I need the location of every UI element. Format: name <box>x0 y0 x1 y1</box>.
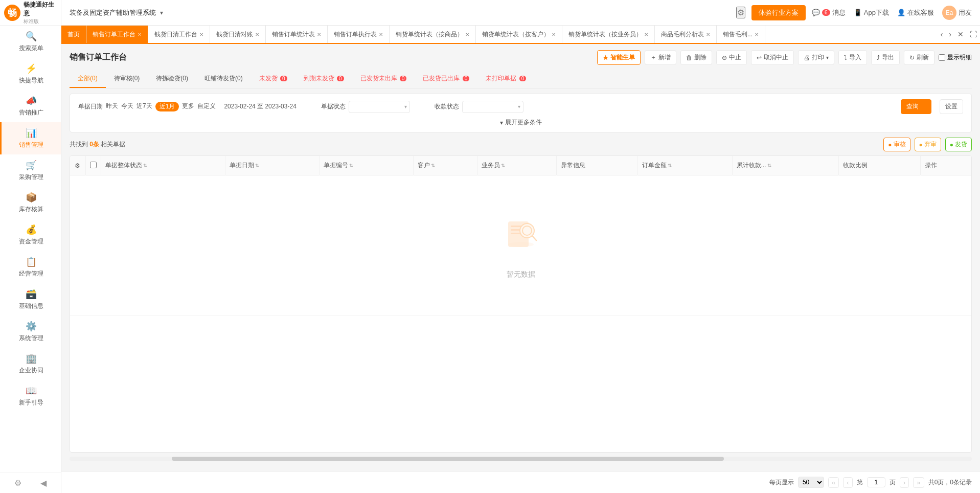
message-item[interactable]: 💬 6 消息 <box>812 8 846 17</box>
tab-sales-summary-product-close[interactable]: ✕ <box>465 32 469 37</box>
scrollbar-thumb[interactable] <box>172 457 724 461</box>
col-date-sort[interactable]: 单据日期 ⇅ <box>230 161 315 170</box>
sidebar-item-quick-nav[interactable]: ⚡ 快捷导航 <box>0 58 61 90</box>
tab-sales-summary-customer[interactable]: 销货单统计表（按客户） ✕ <box>476 26 562 43</box>
first-page-button[interactable]: « <box>828 477 839 488</box>
import-button[interactable]: ⤵ 导入 <box>838 50 867 65</box>
export-button[interactable]: ⤴ 导出 <box>871 50 900 65</box>
prev-page-button[interactable]: ‹ <box>843 477 852 488</box>
payment-filter-label: 收款状态 <box>435 102 459 111</box>
print-button[interactable]: 🖨 打印 ▾ <box>798 50 834 65</box>
col-number-sort[interactable]: 单据编号 ⇅ <box>324 161 409 170</box>
subtab-wangpu[interactable]: 旺铺待发货(0) <box>196 70 251 88</box>
audit-button[interactable]: ● 审核 <box>883 138 910 151</box>
topbar-settings-button[interactable]: ⚙ <box>736 7 745 18</box>
ship-button[interactable]: ● 发货 <box>945 138 972 151</box>
refresh-button[interactable]: ↻ 刷新 <box>904 50 935 65</box>
app-download-item[interactable]: 📱 App下载 <box>854 8 889 17</box>
tab-sales-gross-close[interactable]: ✕ <box>755 32 759 37</box>
date-option-7days[interactable]: 近7天 <box>136 102 152 111</box>
tab-sales-exec-close[interactable]: ✕ <box>379 32 383 37</box>
tab-sales-summary-staff[interactable]: 销货单统计表（按业务员） ✕ <box>562 26 655 43</box>
system-dropdown[interactable]: ▾ <box>160 9 163 16</box>
show-detail-checkbox[interactable] <box>939 54 945 61</box>
smart-create-button[interactable]: ★ 智能生单 <box>597 50 641 65</box>
col-customer-sort[interactable]: 客户 ⇅ <box>418 161 473 170</box>
tab-sales-summary-staff-close[interactable]: ✕ <box>644 32 648 37</box>
user-item[interactable]: Ea 用友 <box>942 6 972 20</box>
payment-select[interactable] <box>462 101 523 113</box>
sidebar-item-search[interactable]: 🔍 搜索菜单 <box>0 26 61 58</box>
tab-close-all-button[interactable]: ✕ <box>954 30 967 38</box>
tab-cash-reconcile[interactable]: 钱货日清对账 ✕ <box>210 26 266 43</box>
date-option-more[interactable]: 更多 <box>182 102 194 111</box>
tab-cash-daily-close[interactable]: ✕ <box>199 32 203 37</box>
date-option-custom[interactable]: 自定义 <box>197 102 216 111</box>
delete-button[interactable]: 🗑 删除 <box>680 50 712 65</box>
show-detail-checkbox-label[interactable]: 显示明细 <box>939 53 972 62</box>
col-amount-sort[interactable]: 订单金额 ⇅ <box>642 161 727 170</box>
tab-sales-stats-close[interactable]: ✕ <box>317 32 321 37</box>
col-staff-sort[interactable]: 业务员 ⇅ <box>482 161 552 170</box>
subtab-shipped-not-out[interactable]: 已发货未出库 0 <box>352 70 415 88</box>
sidebar-collapse-button[interactable]: ◀ <box>40 478 47 488</box>
last-page-button[interactable]: » <box>913 477 924 488</box>
tab-cash-daily[interactable]: 钱货日清工作台 ✕ <box>148 26 210 43</box>
industry-solution-button[interactable]: 体验行业方案 <box>751 5 806 20</box>
query-button[interactable]: 查询 <box>901 99 931 114</box>
sidebar-item-inventory[interactable]: 📦 库存核算 <box>0 187 61 219</box>
subtab-pending-inspect[interactable]: 待拣验货(0) <box>148 70 196 88</box>
sidebar-item-basic[interactable]: 🗃️ 基础信息 <box>0 283 61 316</box>
tab-next-button[interactable]: › <box>946 30 954 38</box>
subtab-pending-review[interactable]: 待审核(0) <box>106 70 148 88</box>
tab-gross-profit-close[interactable]: ✕ <box>706 32 710 37</box>
sidebar-item-marketing[interactable]: 📣 营销推广 <box>0 90 61 122</box>
tab-prev-button[interactable]: ‹ <box>938 30 946 38</box>
sidebar-item-operation[interactable]: 📋 经营管理 <box>0 251 61 283</box>
tab-fullscreen-button[interactable]: ⛶ <box>967 30 980 38</box>
page-input[interactable] <box>867 477 885 487</box>
filter-settings-button[interactable]: 设置 <box>940 99 963 114</box>
stop-button[interactable]: ⊖ 中止 <box>716 50 747 65</box>
tab-home[interactable]: 首页 <box>61 26 86 43</box>
subtab-shipped-out[interactable]: 已发货已出库 0 <box>415 70 477 88</box>
sidebar-settings-button[interactable]: ⚙ <box>14 478 21 488</box>
sidebar-item-purchase[interactable]: 🛒 采购管理 <box>0 154 61 187</box>
add-button[interactable]: ＋ 新增 <box>645 50 676 65</box>
select-all-checkbox[interactable] <box>90 162 97 168</box>
col-collected-sort[interactable]: 累计收款... ⇅ <box>737 161 835 170</box>
online-service-item[interactable]: 👤 在线客服 <box>897 8 934 17</box>
next-page-button[interactable]: › <box>900 477 909 488</box>
tab-cash-reconcile-close[interactable]: ✕ <box>255 32 259 37</box>
col-customer: 客户 ⇅ <box>413 156 477 175</box>
subtab-expired-not-shipped[interactable]: 到期未发货 0 <box>295 70 352 88</box>
sidebar-item-finance[interactable]: 💰 资金管理 <box>0 219 61 251</box>
tab-sales-gross[interactable]: 销售毛利... ✕ <box>717 26 765 43</box>
date-option-today[interactable]: 今天 <box>121 102 133 111</box>
subtab-not-shipped[interactable]: 未发货 0 <box>251 70 295 88</box>
anti-audit-button[interactable]: ● 弃审 <box>915 138 941 151</box>
expand-more-button[interactable]: ▾ 展开更多条件 <box>500 118 542 127</box>
tab-sales-stats[interactable]: 销售订单统计表 ✕ <box>266 26 328 43</box>
subtab-not-printed[interactable]: 未打印单据 0 <box>477 70 534 88</box>
tab-sales-summary-customer-close[interactable]: ✕ <box>552 32 556 37</box>
tab-gross-profit[interactable]: 商品毛利分析表 ✕ <box>655 26 717 43</box>
subtab-all[interactable]: 全部(0) <box>70 70 106 88</box>
empty-cell: 暂无数据 <box>70 175 971 316</box>
date-option-1month[interactable]: 近1月 <box>155 102 179 111</box>
tab-sales-workbench[interactable]: 销售订单工作台 ✕ <box>86 26 148 43</box>
tab-sales-workbench-close[interactable]: ✕ <box>138 32 142 37</box>
sidebar-item-newbie[interactable]: 📖 新手引导 <box>0 380 61 412</box>
col-status-sort[interactable]: 单据整体状态 ⇅ <box>105 161 221 170</box>
cancel-stop-button[interactable]: ↩ 取消中止 <box>751 50 794 65</box>
sidebar-item-system[interactable]: ⚙️ 系统管理 <box>0 316 61 348</box>
horizontal-scrollbar[interactable] <box>70 457 972 461</box>
per-page-select[interactable]: 10 20 50 100 <box>798 477 824 488</box>
status-select[interactable] <box>349 101 410 113</box>
sidebar-item-enterprise[interactable]: 🏢 企业协同 <box>0 348 61 380</box>
sidebar-item-sales[interactable]: 📊 销售管理 <box>0 122 61 154</box>
tab-sales-summary-product[interactable]: 销货单统计表（按商品） ✕ <box>390 26 476 43</box>
tab-sales-exec[interactable]: 销售订单执行表 ✕ <box>328 26 390 43</box>
col-settings-icon[interactable]: ⚙ <box>75 162 80 169</box>
date-option-yesterday[interactable]: 昨天 <box>106 102 118 111</box>
